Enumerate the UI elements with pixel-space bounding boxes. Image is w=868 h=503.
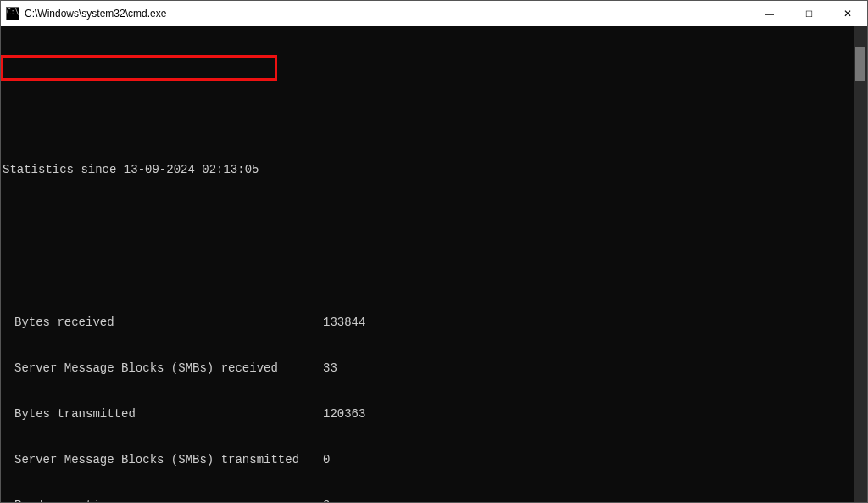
stat-label: Bytes transmitted [14,406,323,422]
stats-since-line: Statistics since 13-09-2024 02:13:05 [1,162,867,177]
minimize-button[interactable]: — [750,1,789,26]
stat-value: 0 [323,498,330,502]
stat-value: 133844 [323,315,365,330]
stat-label: Bytes received [14,315,323,330]
table-row: Server Message Blocks (SMBs) transmitted… [1,452,867,467]
stats-block-a: Bytes received133844 Server Message Bloc… [1,284,867,502]
close-button[interactable]: ✕ [828,1,867,26]
stat-label: Server Message Blocks (SMBs) received [14,360,323,376]
table-row: Read operations0 [1,498,867,502]
window-controls: — ☐ ✕ [750,1,867,26]
titlebar[interactable]: C:\ C:\Windows\system32\cmd.exe — ☐ ✕ [1,1,867,26]
scrollbar-thumb[interactable] [855,47,865,81]
stat-label: Read operations [14,498,323,502]
annotation-highlight [1,55,277,81]
table-row: Bytes transmitted120363 [1,406,867,422]
table-row: Bytes received133844 [1,315,867,330]
stat-label: Server Message Blocks (SMBs) transmitted [14,452,323,467]
table-row: Server Message Blocks (SMBs) received33 [1,360,867,376]
window-title: C:\Windows\system32\cmd.exe [25,8,750,20]
stat-value: 120363 [323,406,365,422]
cmd-icon: C:\ [6,7,19,20]
maximize-button[interactable]: ☐ [789,1,828,26]
stat-value: 0 [323,452,330,467]
terminal-output[interactable]: Statistics since 13-09-2024 02:13:05 Byt… [1,26,867,502]
cmd-window: C:\ C:\Windows\system32\cmd.exe — ☐ ✕ St… [0,0,868,503]
scrollbar[interactable] [854,26,867,502]
stat-value: 33 [323,360,337,376]
